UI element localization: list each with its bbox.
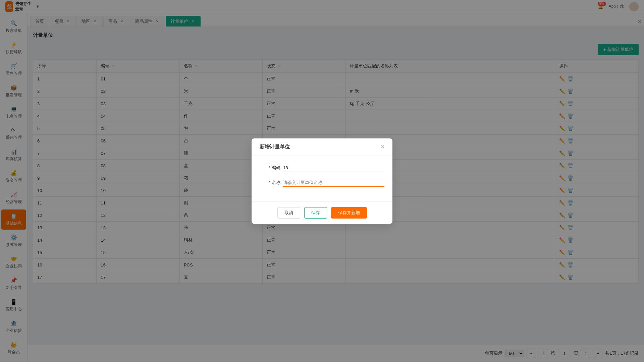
save-button[interactable]: 保存	[304, 207, 327, 219]
code-input[interactable]	[283, 164, 384, 172]
form-row-code: * 编码	[260, 164, 384, 172]
save-and-new-button[interactable]: 保存并新增	[331, 207, 367, 219]
modal-close-button[interactable]: ×	[381, 144, 384, 150]
modal-footer: 取消 保存 保存并新增	[252, 201, 392, 224]
modal-header: 新增计量单位 ×	[252, 138, 392, 156]
name-input[interactable]	[283, 179, 384, 187]
cancel-button[interactable]: 取消	[277, 207, 300, 219]
modal-title: 新增计量单位	[260, 144, 290, 150]
form-row-name: * 名称	[260, 179, 384, 187]
code-label: * 编码	[260, 165, 283, 171]
modal-overlay: 新增计量单位 × * 编码 * 名称 取消 保存 保存并新增	[0, 0, 644, 362]
add-unit-modal: 新增计量单位 × * 编码 * 名称 取消 保存 保存并新增	[252, 138, 392, 224]
modal-body: * 编码 * 名称	[252, 156, 392, 201]
name-label: * 名称	[260, 180, 283, 186]
